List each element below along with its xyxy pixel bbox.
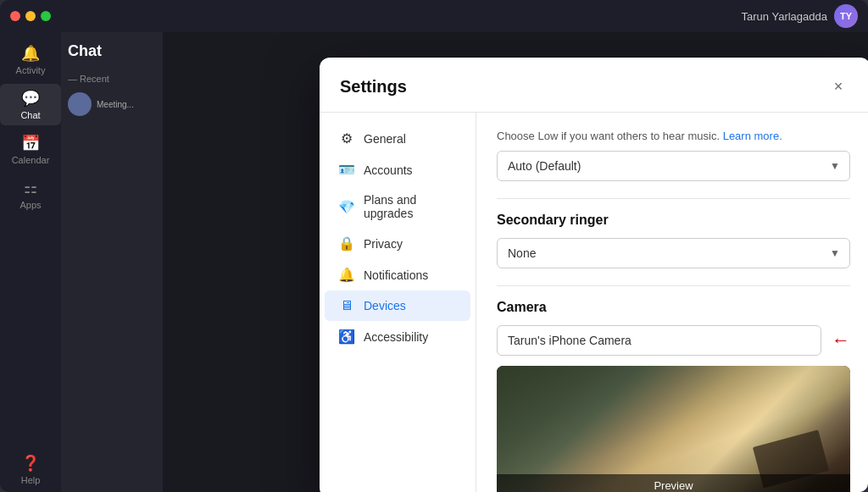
learn-more-link[interactable]: Learn more. — [723, 130, 782, 142]
window-controls — [10, 11, 51, 21]
sidebar-item-calendar[interactable]: 📅 Calendar — [0, 129, 61, 170]
modal-header: Settings × — [320, 58, 868, 113]
accessibility-icon: ♿ — [338, 329, 355, 345]
nav-item-plans[interactable]: 💎 Plans and upgrades — [325, 185, 470, 228]
camera-select-wrapper: Tarun's iPhone CameraFaceTime HD CameraO… — [497, 325, 850, 356]
chat-icon: 💬 — [21, 89, 40, 108]
sidebar: 🔔 Activity 💬 Chat 📅 Calendar ⚏ Apps ❓ He… — [0, 32, 61, 492]
nav-label-accessibility: Accessibility — [364, 330, 428, 344]
camera-image — [497, 366, 850, 492]
modal-body: ⚙ General 🪪 Accounts 💎 Plans and upgrade… — [320, 113, 868, 492]
nav-item-privacy[interactable]: 🔒 Privacy — [325, 228, 470, 259]
app-window: Tarun Yarlagadda TY 🔔 Activity 💬 Chat 📅 … — [0, 0, 868, 492]
activity-icon: 🔔 — [21, 44, 40, 63]
camera-preview: Preview — [497, 366, 850, 492]
modal-close-button[interactable]: × — [826, 75, 850, 98]
notifications-icon: 🔔 — [338, 267, 355, 283]
secondary-ringer-label: Secondary ringer — [497, 213, 850, 228]
username-label: Tarun Yarlagadda — [742, 10, 827, 23]
secondary-ringer-select[interactable]: NoneSpeaker 1Speaker 2 — [497, 238, 850, 268]
sidebar-label-activity: Activity — [16, 65, 46, 75]
preview-image: Preview — [497, 366, 850, 492]
nav-label-accounts: Accounts — [364, 163, 413, 177]
sidebar-item-activity[interactable]: 🔔 Activity — [0, 39, 61, 80]
sidebar-item-help[interactable]: ❓ Help — [0, 449, 61, 492]
noise-suppression-select-wrapper: Auto (Default)LowHigh ▼ — [497, 151, 850, 181]
minimize-window-button[interactable] — [25, 11, 36, 21]
noise-suppression-select[interactable]: Auto (Default)LowHigh — [497, 151, 850, 181]
red-arrow-icon: ← — [832, 329, 850, 351]
sidebar-item-chat[interactable]: 💬 Chat — [0, 84, 61, 125]
preview-label: Preview — [497, 474, 850, 492]
nav-label-notifications: Notifications — [364, 268, 428, 282]
user-info: Tarun Yarlagadda TY — [742, 4, 858, 28]
nav-item-general[interactable]: ⚙ General — [325, 123, 470, 154]
recent-label: — Recent — [68, 74, 156, 84]
apps-icon: ⚏ — [24, 179, 37, 197]
nav-label-devices: Devices — [364, 299, 406, 312]
settings-nav: ⚙ General 🪪 Accounts 💎 Plans and upgrade… — [320, 113, 476, 492]
modal-title: Settings — [340, 77, 407, 97]
chat-panel-title: Chat — [68, 39, 156, 64]
close-window-button[interactable] — [10, 11, 20, 21]
general-icon: ⚙ — [338, 130, 355, 146]
secondary-ringer-select-wrapper: NoneSpeaker 1Speaker 2 ▼ — [497, 238, 850, 268]
sidebar-label-calendar: Calendar — [12, 155, 50, 165]
maximize-window-button[interactable] — [41, 11, 51, 21]
camera-label: Camera — [497, 300, 850, 315]
nav-label-privacy: Privacy — [364, 237, 403, 251]
hint-text: Choose Low if you want others to hear mu… — [497, 130, 850, 142]
chat-item-text: Meeting... — [97, 100, 134, 109]
settings-content: Choose Low if you want others to hear mu… — [476, 113, 868, 492]
sidebar-label-apps: Apps — [19, 200, 41, 210]
sidebar-label-help: Help — [21, 475, 41, 485]
nav-label-general: General — [364, 132, 406, 146]
chat-panel: Chat — Recent Meeting... — [61, 32, 163, 492]
chat-list-item[interactable]: Meeting... — [68, 89, 156, 119]
accounts-icon: 🪪 — [338, 162, 355, 178]
avatar: TY — [834, 4, 858, 28]
help-icon: ❓ — [21, 454, 40, 473]
camera-select[interactable]: Tarun's iPhone CameraFaceTime HD CameraO… — [497, 325, 821, 356]
sidebar-label-chat: Chat — [20, 110, 40, 120]
main-layout: 🔔 Activity 💬 Chat 📅 Calendar ⚏ Apps ❓ He… — [0, 32, 868, 492]
calendar-icon: 📅 — [21, 134, 40, 152]
camera-arrow-indicator: ← — [832, 329, 850, 351]
content-area: Settings × ⚙ General 🪪 Accounts — [163, 32, 868, 492]
privacy-icon: 🔒 — [338, 235, 355, 252]
devices-icon: 🖥 — [338, 298, 355, 313]
nav-item-accessibility[interactable]: ♿ Accessibility — [325, 321, 470, 352]
divider-1 — [497, 198, 850, 199]
divider-2 — [497, 285, 850, 286]
nav-item-devices[interactable]: 🖥 Devices — [325, 290, 470, 321]
nav-label-plans: Plans and upgrades — [364, 193, 457, 220]
plans-icon: 💎 — [338, 199, 355, 215]
sidebar-item-apps[interactable]: ⚏ Apps — [0, 174, 61, 215]
nav-item-accounts[interactable]: 🪪 Accounts — [325, 154, 470, 185]
nav-item-notifications[interactable]: 🔔 Notifications — [325, 259, 470, 290]
settings-modal: Settings × ⚙ General 🪪 Accounts — [320, 58, 868, 492]
chat-item-avatar — [68, 92, 92, 116]
title-bar: Tarun Yarlagadda TY — [0, 0, 868, 32]
